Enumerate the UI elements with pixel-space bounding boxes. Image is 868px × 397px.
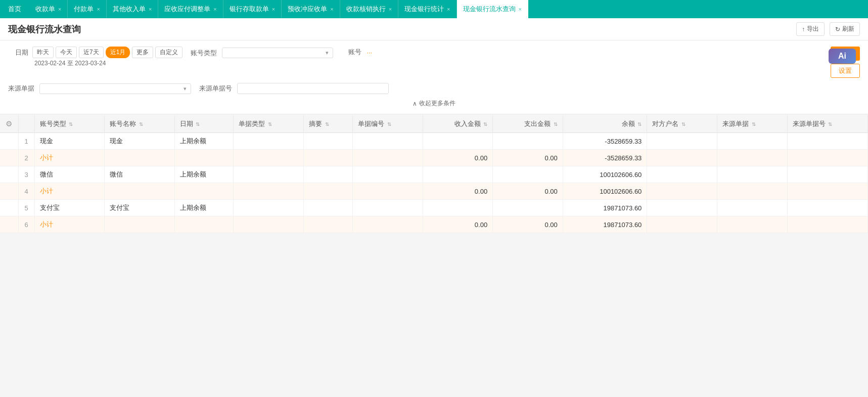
filter-area: 日期 昨天 今天 近7天 近1月 更多 自定义 2023-02-24 至 202… xyxy=(0,40,868,114)
row-doc-type xyxy=(234,200,304,216)
row-balance: -3528659.33 xyxy=(563,150,647,166)
date-btn-custom[interactable]: 自定义 xyxy=(155,47,182,58)
row-account-name xyxy=(105,150,175,166)
top-nav: 首页 收款单 × 付款单 × 其他收入单 × 应收应付调整单 × 银行存取款单 … xyxy=(0,0,868,18)
close-icon[interactable]: × xyxy=(272,6,275,12)
row-summary xyxy=(304,166,353,183)
row-counterparty xyxy=(647,150,717,166)
col-account-type[interactable]: 账号类型 ⇅ xyxy=(34,115,105,133)
date-btn-7days[interactable]: 近7天 xyxy=(79,47,104,58)
row-source-doc xyxy=(717,183,787,200)
settings-button[interactable]: 设置 xyxy=(831,64,860,78)
close-icon[interactable]: × xyxy=(97,6,100,12)
row-account-name: 微信 xyxy=(105,166,175,183)
col-counterparty[interactable]: 对方户名 ⇅ xyxy=(647,115,717,133)
account-type-select[interactable]: ▾ xyxy=(222,48,333,58)
source-doc-label: 来源单据 xyxy=(8,84,34,93)
nav-tab-收款单[interactable]: 收款单 × xyxy=(29,0,68,18)
ai-badge[interactable]: Ai xyxy=(829,49,856,64)
source-doc-select[interactable]: ▾ xyxy=(39,83,191,94)
row-source-doc-no xyxy=(787,183,867,200)
close-icon[interactable]: × xyxy=(519,6,522,12)
row-source-doc xyxy=(717,150,787,166)
row-doc-no xyxy=(353,200,423,216)
row-doc-no xyxy=(353,150,423,166)
row-num: 2 xyxy=(18,150,34,166)
col-expense[interactable]: 支出金额 ⇅ xyxy=(493,115,563,133)
col-summary[interactable]: 摘要 ⇅ xyxy=(304,115,353,133)
row-expense: 0.00 xyxy=(493,183,563,200)
chevron-down-icon: ▾ xyxy=(326,50,329,56)
row-date xyxy=(174,183,234,200)
row-account-name: 现金 xyxy=(105,133,175,150)
col-date[interactable]: 日期 ⇅ xyxy=(174,115,234,133)
row-balance: 19871073.60 xyxy=(563,200,647,216)
row-num: 1 xyxy=(18,133,34,150)
nav-tab-现金银行统计[interactable]: 现金银行统计 × xyxy=(398,0,456,18)
row-income xyxy=(423,200,493,216)
row-income xyxy=(423,133,493,150)
table-row: 6 小计 0.00 0.00 19871073.60 xyxy=(0,216,868,233)
date-btn-today[interactable]: 今天 xyxy=(56,47,77,58)
gear-icon[interactable]: ⚙ xyxy=(6,119,12,128)
nav-tab-银行存取款单[interactable]: 银行存取款单 × xyxy=(223,0,282,18)
nav-tab-其他收入单[interactable]: 其他收入单 × xyxy=(107,0,158,18)
collapse-bar[interactable]: ∧ 收起更多条件 xyxy=(8,97,860,110)
row-expense xyxy=(493,200,563,216)
row-income xyxy=(423,166,493,183)
col-source-doc-no[interactable]: 来源单据号 ⇅ xyxy=(787,115,867,133)
col-doc-type[interactable]: 单据类型 ⇅ xyxy=(234,115,304,133)
close-icon[interactable]: × xyxy=(447,6,450,12)
close-icon[interactable]: × xyxy=(213,6,216,12)
row-num: 3 xyxy=(18,166,34,183)
col-balance[interactable]: 余额 ⇅ xyxy=(563,115,647,133)
date-btn-1month[interactable]: 近1月 xyxy=(106,47,130,58)
row-source-doc xyxy=(717,200,787,216)
col-doc-no[interactable]: 单据编号 ⇅ xyxy=(353,115,423,133)
account-dots[interactable]: ··· xyxy=(367,49,372,56)
sort-icon: ⇅ xyxy=(681,121,686,127)
close-icon[interactable]: × xyxy=(149,6,152,12)
source-doc-no-input[interactable] xyxy=(237,83,389,94)
row-account-type: 小计 xyxy=(34,183,105,200)
row-source-doc-no xyxy=(787,216,867,233)
close-icon[interactable]: × xyxy=(389,6,392,12)
refresh-button[interactable]: ↻ 刷新 xyxy=(830,22,860,36)
row-doc-no xyxy=(353,183,423,200)
date-btn-more[interactable]: 更多 xyxy=(132,47,153,58)
table-row: 4 小计 0.00 0.00 100102606.60 xyxy=(0,183,868,200)
row-counterparty xyxy=(647,166,717,183)
row-num: 4 xyxy=(18,183,34,200)
sort-icon: ⇅ xyxy=(139,121,143,127)
row-account-type: 微信 xyxy=(34,166,105,183)
nav-tab-预收冲应收单[interactable]: 预收冲应收单 × xyxy=(282,0,340,18)
nav-tab-收款核销执行[interactable]: 收款核销执行 × xyxy=(340,0,398,18)
sort-icon: ⇅ xyxy=(752,121,756,127)
row-balance: -3528659.33 xyxy=(563,133,647,150)
row-balance: 19871073.60 xyxy=(563,216,647,233)
date-options: 昨天 今天 近7天 近1月 更多 自定义 xyxy=(32,47,182,58)
nav-tab-现金银行流水查询[interactable]: 现金银行流水查询 × xyxy=(457,0,528,18)
row-account-type: 小计 xyxy=(34,150,105,166)
col-income[interactable]: 收入金额 ⇅ xyxy=(423,115,493,133)
header-actions: ↑ 导出 ↻ 刷新 xyxy=(796,22,860,36)
close-icon[interactable]: × xyxy=(330,6,333,12)
col-account-name[interactable]: 账号名称 ⇅ xyxy=(105,115,175,133)
col-source-doc[interactable]: 来源单据 ⇅ xyxy=(717,115,787,133)
date-label: 日期 xyxy=(8,48,28,57)
row-doc-type xyxy=(234,166,304,183)
export-button[interactable]: ↑ 导出 xyxy=(796,22,825,36)
col-settings: ⚙ xyxy=(0,115,18,133)
close-icon[interactable]: × xyxy=(58,6,61,12)
row-settings-cell xyxy=(0,183,18,200)
row-settings-cell xyxy=(0,166,18,183)
nav-tab-应收应付调整单[interactable]: 应收应付调整单 × xyxy=(158,0,223,18)
sort-icon: ⇅ xyxy=(325,121,329,127)
row-balance: 100102606.60 xyxy=(563,183,647,200)
row-summary xyxy=(304,216,353,233)
nav-tab-付款单[interactable]: 付款单 × xyxy=(68,0,106,18)
date-btn-yesterday[interactable]: 昨天 xyxy=(32,47,54,58)
nav-home[interactable]: 首页 xyxy=(0,0,29,18)
row-expense xyxy=(493,166,563,183)
row-date: 上期余额 xyxy=(174,200,234,216)
